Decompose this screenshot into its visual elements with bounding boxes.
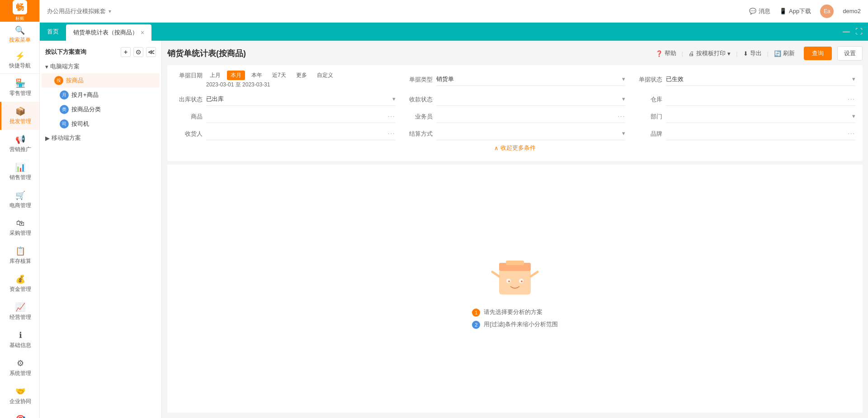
- product-value[interactable]: ···: [206, 110, 396, 123]
- date-label: 单据日期: [175, 71, 206, 80]
- docstatus-arrow: ▾: [852, 76, 855, 82]
- collapse-arrow-icon: ∧: [494, 145, 499, 152]
- salesperson-value[interactable]: ···: [436, 110, 626, 123]
- sidebar-item-search-label: 搜索菜单: [9, 36, 31, 44]
- scheme-collapse-btn[interactable]: ≪: [146, 47, 156, 57]
- settle-value[interactable]: ▾: [436, 128, 626, 140]
- by-product-label: 按商品: [66, 76, 84, 85]
- docstatus-text: 已生效: [666, 75, 684, 83]
- svg-line-7: [492, 272, 499, 276]
- warehouse-dots: ···: [848, 95, 855, 102]
- divider2: |: [736, 50, 737, 57]
- purchase-icon: 🛍: [16, 218, 24, 228]
- guide-icon: 🎯: [15, 414, 25, 418]
- scheme-header-actions: + ⊙ ≪: [121, 47, 156, 57]
- scheme-settings-btn[interactable]: ⊙: [133, 47, 143, 57]
- empty-steps: 1 请先选择要分析的方案 2 用[过滤]条件来缩小分析范围: [472, 308, 557, 332]
- logo[interactable]: 畅 标账: [0, 0, 39, 22]
- sidebar-item-inventory[interactable]: 📋 库存核算: [0, 242, 39, 270]
- scheme-header: 按以下方案查询 + ⊙ ≪: [40, 44, 161, 60]
- collapse-bar[interactable]: ∧ 收起更多条件: [175, 140, 855, 156]
- sidebar-item-retail[interactable]: 🏪 零售管理: [0, 74, 39, 102]
- sidebar-item-sales[interactable]: 📊 销售管理: [0, 158, 39, 186]
- filter-row-1: 单据日期 上月 本月 本年 近7天 更多 自定义 2023-03-01 至 20…: [175, 71, 855, 89]
- sidebar-item-ecommerce[interactable]: 🛒 电商管理: [0, 186, 39, 214]
- date-btn-lastmonth[interactable]: 上月: [206, 71, 224, 80]
- date-btn-thisyear[interactable]: 本年: [248, 71, 266, 80]
- filter-payment-col: 收款状态 ▾: [405, 93, 626, 106]
- sidebar-item-wholesale[interactable]: 📦 批发管理: [0, 102, 39, 130]
- docstatus-value[interactable]: 已生效 ▾: [666, 73, 855, 86]
- filter-docstatus-col: 单据状态 已生效 ▾: [634, 71, 855, 89]
- salesperson-dots: ···: [618, 113, 625, 119]
- scheme-item-by-driver[interactable]: 司 按司机: [47, 117, 160, 131]
- print-btn[interactable]: 🖨 按模板打印 ▾: [689, 49, 731, 57]
- sidebar-item-operations[interactable]: 📈 经营管理: [0, 298, 39, 326]
- sales-icon: 📊: [15, 162, 25, 172]
- page-wrapper: 销货单统计表(按商品) ❓ 帮助 | 🖨 按模板打印 ▾ | ⬇: [162, 41, 868, 418]
- tab-home[interactable]: 首页: [40, 23, 66, 41]
- scheme-section-desktop: ▾ 电脑端方案 按 按商品 月 按月+商品 类 按商品分类: [40, 60, 161, 131]
- username[interactable]: demo2: [843, 8, 861, 14]
- app-download-action[interactable]: 📱 App下载: [779, 7, 811, 15]
- help-btn[interactable]: ❓ 帮助: [656, 49, 676, 57]
- message-action[interactable]: 💬 消息: [749, 7, 770, 15]
- empty-step-1: 1 请先选择要分析的方案: [472, 308, 557, 317]
- scheme-section-mobile-header[interactable]: ▶ 移动端方案: [42, 131, 160, 145]
- scheme-item-by-product[interactable]: 按 按商品: [42, 73, 160, 88]
- outstatus-value[interactable]: 已出库 ▾: [206, 93, 396, 106]
- date-btn-thismonth[interactable]: 本月: [227, 71, 245, 80]
- help-icon: ❓: [656, 50, 663, 57]
- divider1: |: [682, 50, 683, 57]
- date-btn-more[interactable]: 更多: [292, 71, 311, 80]
- payment-value[interactable]: ▾: [436, 93, 626, 106]
- page-actions: ❓ 帮助 | 🖨 按模板打印 ▾ | ⬇ 导出 |: [656, 46, 863, 61]
- by-driver-label: 按司机: [71, 120, 89, 128]
- sidebar-item-quicknav[interactable]: ⚡ 快捷导航: [0, 48, 39, 74]
- tab-close-icon[interactable]: ×: [141, 29, 144, 36]
- filter-date-col: 单据日期 上月 本月 本年 近7天 更多 自定义 2023-03-01 至 20…: [175, 71, 396, 89]
- export-btn[interactable]: ⬇ 导出: [743, 49, 762, 57]
- settings-btn[interactable]: 设置: [837, 46, 863, 61]
- scheme-panel: 按以下方案查询 + ⊙ ≪ ▾ 电脑端方案: [40, 41, 162, 418]
- svg-rect-0: [499, 270, 531, 294]
- dept-value[interactable]: ▾: [666, 110, 855, 123]
- sidebar-item-purchase[interactable]: 🛍 采购管理: [0, 214, 39, 242]
- scheme-add-btn[interactable]: +: [121, 47, 131, 57]
- brand-value[interactable]: ···: [666, 128, 855, 140]
- tab-minimize-btn[interactable]: —: [841, 26, 852, 38]
- tab-maximize-btn[interactable]: ⛶: [854, 26, 864, 38]
- industry-selector[interactable]: 办公用品行业模拟账套 ▾: [47, 7, 111, 15]
- sidebar-item-marketing[interactable]: 📢 营销推广: [0, 130, 39, 158]
- sidebar-item-system[interactable]: ⚙ 系统管理: [0, 354, 39, 382]
- collab-icon: 🤝: [15, 386, 25, 396]
- outstatus-arrow: ▾: [392, 95, 396, 102]
- filter-salesperson-col: 业务员 ···: [405, 110, 626, 123]
- sidebar-item-guide[interactable]: 🎯 新手引导: [0, 410, 39, 418]
- search-icon: 🔍: [15, 25, 25, 35]
- scheme-section-desktop-header[interactable]: ▾ 电脑端方案: [42, 60, 160, 73]
- industry-name: 办公用品行业模拟账套: [47, 7, 106, 15]
- divider3: |: [767, 50, 769, 57]
- tab-active[interactable]: 销货单统计表（按商品） ×: [66, 24, 151, 41]
- basic-icon: ℹ: [19, 330, 22, 340]
- sidebar-item-basic[interactable]: ℹ 基础信息: [0, 326, 39, 354]
- filter-row-3: 商品 ··· 业务员 ··· 部门: [175, 110, 855, 123]
- empty-step-2: 2 用[过滤]条件来缩小分析范围: [472, 320, 557, 329]
- recipient-value[interactable]: ···: [206, 128, 396, 140]
- finance-icon: 💰: [15, 274, 25, 284]
- sidebar-item-finance[interactable]: 💰 资金管理: [0, 270, 39, 298]
- date-btn-custom[interactable]: 自定义: [313, 71, 337, 80]
- scheme-item-by-category[interactable]: 类 按商品分类: [47, 102, 160, 117]
- sidebar-item-collab[interactable]: 🤝 企业协同: [0, 382, 39, 410]
- warehouse-value[interactable]: ···: [666, 93, 855, 106]
- scheme-item-by-month-product[interactable]: 月 按月+商品: [47, 88, 160, 102]
- avatar[interactable]: Ea: [820, 5, 834, 18]
- refresh-icon: 🔄: [774, 50, 781, 57]
- refresh-btn[interactable]: 🔄 刷新: [774, 49, 795, 57]
- doctype-value[interactable]: 销货单 ▾: [436, 73, 626, 86]
- query-btn[interactable]: 查询: [804, 47, 832, 60]
- logo-text: 标账: [15, 15, 24, 22]
- sidebar-item-search[interactable]: 🔍 搜索菜单: [0, 22, 39, 48]
- date-btn-7days[interactable]: 近7天: [269, 71, 290, 80]
